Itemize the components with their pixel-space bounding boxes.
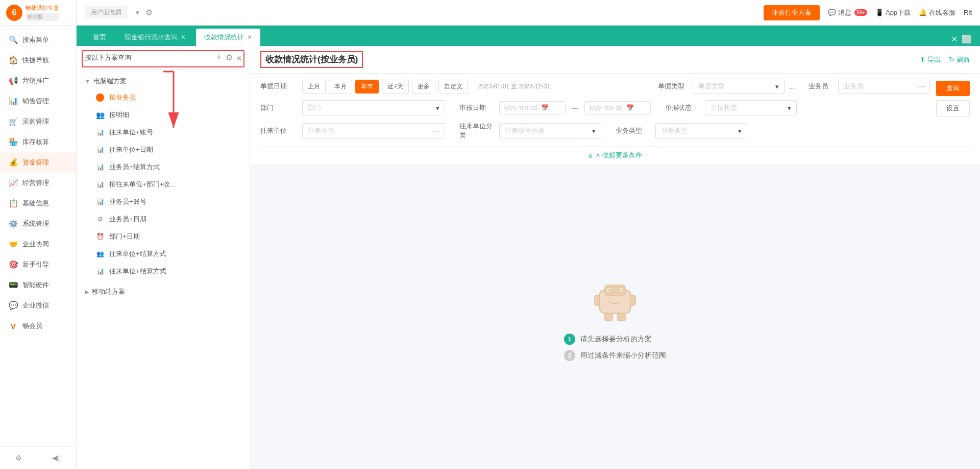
header-gear-icon[interactable]: ⚙ (145, 8, 153, 17)
add-scheme-btn[interactable]: + (216, 52, 222, 63)
scheme-item-label: 按往来单位+部门+收... (109, 180, 241, 189)
query-button[interactable]: 查询 (936, 81, 970, 96)
scheme-item-label: 业务员+结算方式 (109, 162, 241, 172)
wechat-icon: 💬 (8, 300, 18, 311)
mobile-scheme-group: ▶ 移动端方案 (77, 282, 250, 301)
review-date-start-input[interactable]: yyyy-mm-dd 📅 (499, 101, 566, 114)
sidebar-item-smart-hw[interactable]: 📟 智能硬件 (0, 275, 76, 295)
salesperson-chevron-icon: ⋯ (918, 83, 924, 90)
empty-steps: 1 请先选择要分析的方案 2 用过滤条件来缩小分析范围 (564, 334, 666, 361)
sidebar-item-inventory[interactable]: 🏪 库存核算 (0, 132, 76, 152)
mobile-group-header[interactable]: ▶ 移动端方案 (77, 284, 250, 299)
scheme-item-unit-settlement1[interactable]: 👥 往来单位+结算方式 (77, 245, 250, 263)
sidebar-item-purchase[interactable]: 🛒 采购管理 (0, 111, 76, 132)
date-range-display: 2023-01-01 至 2023-12-31 (478, 82, 550, 91)
date-btn-more[interactable]: 更多 (412, 80, 435, 93)
scheme-item-salesperson-settlement[interactable]: 📊 业务员+结算方式 (77, 158, 250, 176)
user-action[interactable]: Rit (964, 9, 972, 16)
dept-date-icon: ⏰ (95, 231, 105, 242)
counterpart-category-select[interactable]: 往来单位分类 ▾ (499, 123, 601, 138)
step2-label: 用过滤条件来缩小分析范围 (580, 351, 666, 360)
filter-row-1: 单据日期 上月 本月 本年 近7天 更多 自定义 2023-01-01 至 20… (260, 79, 930, 94)
scheme-item-unit-date[interactable]: 📊 往来单位+日期 (77, 141, 250, 158)
scheme-item-salesperson-date[interactable]: ⚙ 业务员+日期 (77, 210, 250, 228)
collapse-panel-btn[interactable]: « (237, 53, 241, 62)
salesperson-label: 业务员 (808, 82, 834, 91)
page-title-wrapper: 收款情况统计(按业务员) (260, 51, 363, 68)
sidebar-item-basic-info[interactable]: 📋 基础信息 (0, 193, 76, 214)
scheme-item-salesperson-account[interactable]: 📊 业务员+账号 (77, 193, 250, 210)
business-type-label: 业务类型 (616, 126, 651, 135)
export-button[interactable]: ⬆ 导出 (920, 55, 941, 64)
left-panel-title: 按以下方案查询 (85, 53, 131, 62)
sidebar-item-quick-nav[interactable]: 🏠 快捷导航 (0, 50, 76, 71)
voucher-status-select[interactable]: 单据状态 ▾ (705, 100, 797, 115)
tab-bank-flow[interactable]: 现金银行流水查询 ✕ (116, 29, 194, 46)
sidebar-item-member[interactable]: V 畅会员 (0, 316, 76, 336)
scheme-item-by-salesperson[interactable]: 按业务员 (77, 89, 250, 106)
step2-num: 2 (564, 350, 575, 361)
review-date-end-input[interactable]: yyyy-mm-dd 📅 (584, 101, 651, 114)
voucher-type-select[interactable]: 单据类型 ▾ (693, 79, 785, 94)
scheme-item-by-detail[interactable]: 👥 按明细 (77, 106, 250, 124)
tab-receipt-stats-close[interactable]: ✕ (247, 34, 252, 41)
sidebar-item-marketing[interactable]: 📢 营销推广 (0, 71, 76, 91)
header-dropdown-icon[interactable]: ▾ (136, 9, 139, 16)
empty-step-2: 2 用过滤条件来缩小分析范围 (564, 350, 666, 361)
counterpart-category-chevron-icon: ▾ (592, 127, 596, 135)
date-btn-custom[interactable]: 自定义 (438, 80, 468, 93)
more-dots-icon[interactable]: ... (789, 83, 794, 90)
collapse-sidebar-btn[interactable]: ◀‖ (49, 451, 64, 465)
sidebar-item-finance[interactable]: 💰 资金管理 (0, 152, 76, 173)
message-action[interactable]: 💬 消息 99+ (828, 8, 867, 17)
settings-bottom-btn[interactable]: ⚙ (12, 451, 25, 465)
tab-maximize-icon[interactable]: ⬜ (962, 34, 972, 44)
tab-bank-flow-close[interactable]: ✕ (181, 34, 186, 41)
sidebar-item-enterprise[interactable]: 🤝 企业协同 (0, 234, 76, 254)
online-service-action[interactable]: 🔔 在线客服 (919, 8, 955, 17)
page-area: 按以下方案查询 + ⚙ « ▼ 电脑端方案 (77, 46, 980, 469)
sidebar-item-system[interactable]: ⚙️ 系统管理 (0, 214, 76, 234)
scheme-item-label: 按业务员 (109, 93, 241, 102)
calendar-icon: 📅 (541, 104, 549, 111)
sidebar-item-search-menu[interactable]: 🔍 搜索菜单 (0, 30, 76, 50)
business-type-select[interactable]: 业务类型 ▾ (655, 123, 747, 138)
scheme-item-unit-account[interactable]: 📊 往来单位+账号 (77, 124, 250, 141)
search-menu-icon: 🔍 (8, 35, 18, 45)
date-btn-this-year[interactable]: 本年 (355, 80, 379, 93)
desktop-group-header[interactable]: ▼ 电脑端方案 (77, 74, 250, 89)
scheme-settings-btn[interactable]: ⚙ (226, 53, 233, 62)
scheme-item-unit-settlement2[interactable]: 📊 往来单位+结算方式 (77, 263, 250, 280)
salesperson-select[interactable]: 业务员 ⋯ (838, 79, 930, 94)
message-badge: 99+ (854, 9, 867, 16)
group-expand-icon: ▼ (85, 78, 90, 84)
sidebar-item-wechat[interactable]: 💬 企业微信 (0, 295, 76, 316)
review-date-start-value: yyyy-mm-dd (504, 104, 537, 111)
date-btn-this-month[interactable]: 本月 (329, 80, 352, 93)
sidebar-item-sales[interactable]: 📊 销售管理 (0, 91, 76, 111)
dept-select[interactable]: 部门 ▾ (302, 100, 445, 115)
date-btn-7days[interactable]: 近7天 (382, 80, 409, 93)
collapse-conditions-bar[interactable]: ∧ ∧ 收起更多条件 (260, 146, 970, 164)
refresh-button[interactable]: ↻ 刷新 (949, 55, 970, 64)
tab-close-all-icon[interactable]: ✕ (951, 34, 958, 44)
tab-receipt-stats[interactable]: 收款情况统计 ✕ (196, 29, 260, 46)
voucher-status-chevron-icon: ▾ (788, 104, 791, 112)
scheme-item-dept-date[interactable]: ⏰ 部门+日期 (77, 228, 250, 245)
app-download-label: App下载 (886, 8, 911, 17)
date-btn-last-month[interactable]: 上月 (302, 80, 326, 93)
operations-icon: 📈 (8, 178, 18, 188)
online-service-label: 在线客服 (929, 8, 955, 17)
scheme-item-unit-dept-receive[interactable]: 📊 按往来单位+部门+收... (77, 176, 250, 193)
sidebar-item-guide[interactable]: 🎯 新手引导 (0, 254, 76, 275)
scheme-item-label: 部门+日期 (109, 232, 241, 241)
tab-home[interactable]: 首页 (85, 29, 114, 46)
trial-button[interactable]: 体验行业方案 (764, 5, 820, 20)
counterpart-select[interactable]: 往来单位 ⋯ (302, 123, 445, 138)
voucher-status-value: 单据状态 (710, 103, 737, 112)
salesperson-settlement-icon: 📊 (95, 162, 105, 172)
sidebar: 6 畅捷通好生意 标准版 🔍 搜索菜单 🏠 快捷导航 📢 营销推广 📊 销售管理… (0, 0, 77, 469)
settings-button[interactable]: 设置 (936, 100, 970, 116)
sidebar-item-operations[interactable]: 📈 经营管理 (0, 173, 76, 193)
app-download-action[interactable]: 📱 App下载 (875, 8, 911, 17)
